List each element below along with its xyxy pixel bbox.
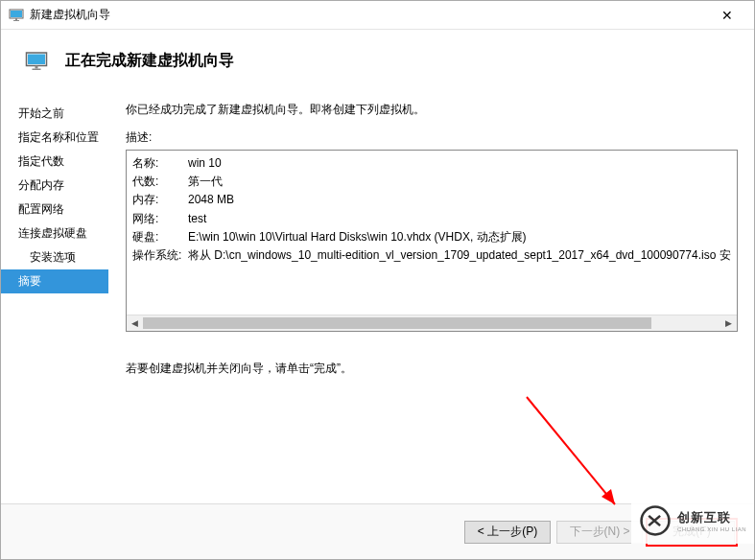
svg-rect-5: [28, 54, 45, 64]
step-vhd[interactable]: 连接虚拟硬盘: [1, 222, 108, 245]
watermark: 创新互联 CHUANG XIN HU LIAN: [631, 498, 754, 544]
svg-rect-2: [15, 18, 17, 20]
svg-rect-6: [35, 65, 38, 68]
summary-key: 操作系统:: [132, 246, 188, 265]
scroll-right-icon[interactable]: ▶: [720, 315, 737, 331]
summary-value: 2048 MB: [188, 191, 731, 209]
svg-rect-7: [33, 68, 41, 70]
next-button: 下一步(N) >: [556, 521, 643, 544]
summary-box: 名称: win 10 代数: 第一代 内存: 2048 MB 网络: test: [126, 150, 738, 332]
wizard-window: 新建虚拟机向导 ✕ 正在完成新建虚拟机向导 开始之前 指定名称和位置 指定代数 …: [0, 0, 755, 560]
step-name-location[interactable]: 指定名称和位置: [1, 126, 108, 150]
watermark-logo-icon: [639, 504, 672, 537]
step-summary[interactable]: 摘要: [1, 269, 108, 293]
summary-value: 第一代: [188, 173, 731, 191]
scroll-thumb[interactable]: [143, 317, 651, 329]
summary-list: 名称: win 10 代数: 第一代 内存: 2048 MB 网络: test: [127, 151, 737, 268]
summary-value: win 10: [188, 154, 731, 173]
wizard-heading: 正在完成新建虚拟机向导: [65, 51, 234, 71]
wizard-steps-sidebar: 开始之前 指定名称和位置 指定代数 分配内存 配置网络 连接虚拟硬盘 安装选项 …: [1, 92, 108, 500]
svg-rect-1: [11, 11, 22, 17]
wizard-header: 正在完成新建虚拟机向导: [1, 30, 754, 92]
summary-row-name: 名称: win 10: [132, 154, 731, 173]
summary-key: 硬盘:: [132, 228, 188, 246]
summary-row-os: 操作系统: 将从 D:\cn_windows_10_multi-edition_…: [132, 246, 731, 265]
description-label: 描述:: [126, 129, 738, 146]
summary-value: test: [188, 210, 731, 228]
watermark-text: 创新互联: [677, 509, 746, 526]
summary-value: E:\win 10\win 10\Virtual Hard Disks\win …: [188, 228, 731, 246]
window-title: 新建虚拟机向导: [30, 7, 708, 23]
step-generation[interactable]: 指定代数: [1, 150, 108, 174]
svg-rect-3: [13, 20, 19, 21]
step-install-options[interactable]: 安装选项: [1, 245, 108, 269]
wizard-content: 你已经成功完成了新建虚拟机向导。即将创建下列虚拟机。 描述: 名称: win 1…: [108, 92, 755, 500]
wizard-body: 开始之前 指定名称和位置 指定代数 分配内存 配置网络 连接虚拟硬盘 安装选项 …: [1, 92, 754, 500]
summary-key: 网络:: [132, 210, 188, 228]
step-network[interactable]: 配置网络: [1, 198, 108, 222]
finish-instruction: 若要创建虚拟机并关闭向导，请单击“完成”。: [126, 361, 738, 377]
scroll-left-icon[interactable]: ◀: [127, 315, 143, 331]
summary-value: 将从 D:\cn_windows_10_multi-edition_vl_ver…: [188, 246, 731, 265]
prev-button[interactable]: < 上一步(P): [464, 521, 551, 544]
app-icon: [9, 8, 24, 23]
summary-row-generation: 代数: 第一代: [132, 173, 731, 191]
summary-key: 内存:: [132, 191, 188, 209]
step-memory[interactable]: 分配内存: [1, 174, 108, 198]
wizard-icon: [25, 50, 48, 73]
summary-row-network: 网络: test: [132, 210, 731, 228]
close-icon: ✕: [721, 8, 733, 23]
titlebar: 新建虚拟机向导 ✕: [1, 1, 754, 30]
watermark-subtext: CHUANG XIN HU LIAN: [677, 526, 746, 532]
summary-row-memory: 内存: 2048 MB: [132, 191, 731, 209]
intro-text: 你已经成功完成了新建虚拟机向导。即将创建下列虚拟机。: [126, 102, 738, 118]
close-button[interactable]: ✕: [708, 5, 746, 26]
summary-key: 名称:: [132, 154, 188, 173]
summary-row-disk: 硬盘: E:\win 10\win 10\Virtual Hard Disks\…: [132, 228, 731, 246]
step-before-begin[interactable]: 开始之前: [1, 102, 108, 126]
summary-key: 代数:: [132, 173, 188, 191]
scroll-track[interactable]: [143, 315, 720, 331]
horizontal-scrollbar[interactable]: ◀ ▶: [127, 315, 737, 331]
